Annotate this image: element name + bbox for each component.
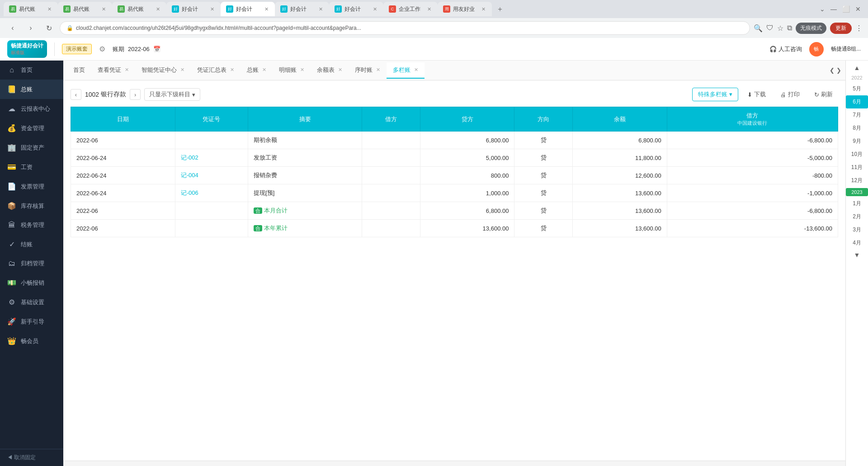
tab-detail-ledger-close[interactable]: ✕ <box>300 67 304 73</box>
calendar-month-2023-3[interactable]: 3月 <box>846 223 868 236</box>
browser-tabs-bar: 易 易代账 ✕ 易 易代账 ✕ 易 易代账 ✕ 好 好会计 ✕ 好 好会计 ✕ … <box>0 0 868 18</box>
sidebar-item-settings[interactable]: ⚙ 基础设置 <box>0 292 63 312</box>
tabs-collapse-button[interactable]: ❮ ❯ <box>829 64 842 77</box>
calendar-month-2023-4[interactable]: 4月 <box>846 236 868 249</box>
calendar-month-10[interactable]: 10月 <box>846 148 868 161</box>
calendar-month-2023-1[interactable]: 1月 <box>846 197 868 210</box>
calendar-month-6[interactable]: 6月 <box>846 95 868 108</box>
browser-tab-8[interactable]: C 企业工作 ✕ <box>383 2 438 16</box>
sidebar-item-funds[interactable]: 💰 资金管理 <box>0 118 63 138</box>
sidebar-item-ledger[interactable]: 📒 总账 <box>0 80 63 99</box>
calendar-month-2023-2[interactable]: 2月 <box>846 210 868 223</box>
browser-tab-1[interactable]: 易 易代账 ✕ <box>4 2 58 16</box>
browser-tab-7[interactable]: 好 好会计 ✕ <box>329 2 383 16</box>
search-icon[interactable]: 🔍 <box>754 24 763 33</box>
back-button[interactable]: ‹ <box>5 21 20 35</box>
close-window-button[interactable]: ✕ <box>855 5 861 13</box>
calendar-month-5[interactable]: 5月 <box>846 82 868 95</box>
tab-journal-close[interactable]: ✕ <box>376 67 380 73</box>
tab-balance[interactable]: 余额表 ✕ <box>311 62 349 79</box>
tab-close-4[interactable]: ✕ <box>209 5 215 13</box>
tab-view-voucher[interactable]: 查看凭证 ✕ <box>91 62 135 79</box>
tab-detail-ledger[interactable]: 明细账 ✕ <box>273 62 311 79</box>
tab-smart-voucher[interactable]: 智能凭证中心 ✕ <box>135 62 191 79</box>
sidebar-item-reports[interactable]: ☁ 云报表中心 <box>0 99 63 118</box>
reload-button[interactable]: ↻ <box>42 21 56 35</box>
filter-dropdown[interactable]: 只显示下级科目 ▾ <box>144 88 200 101</box>
browser-tab-2[interactable]: 易 易代账 ✕ <box>58 2 112 16</box>
account-selector: 1002 银行存款 <box>85 90 126 99</box>
forward-button[interactable]: › <box>24 21 38 35</box>
calendar-month-12[interactable]: 12月 <box>846 174 868 187</box>
calendar-month-11[interactable]: 11月 <box>846 161 868 174</box>
tab-view-voucher-close[interactable]: ✕ <box>125 67 129 73</box>
minimize-button[interactable]: — <box>830 5 837 13</box>
tab-general-ledger[interactable]: 总账 ✕ <box>241 62 273 79</box>
account-next-button[interactable]: › <box>130 89 141 100</box>
tab-close-7[interactable]: ✕ <box>372 5 378 13</box>
period-calendar-icon[interactable]: 📅 <box>153 46 160 52</box>
user-avatar[interactable]: 畅 <box>809 42 824 56</box>
tab-close-3[interactable]: ✕ <box>155 5 161 13</box>
menu-icon[interactable]: ⋮ <box>855 24 863 33</box>
restore-button[interactable]: ⬜ <box>842 5 850 13</box>
shield-icon[interactable]: 🛡 <box>766 24 774 32</box>
browser-tab-5[interactable]: 好 好会计 ✕ <box>221 2 275 16</box>
star-icon[interactable]: ☆ <box>777 24 783 33</box>
tab-multi-column-close[interactable]: ✕ <box>414 67 418 73</box>
incognito-button[interactable]: 无痕模式 <box>796 23 826 34</box>
tab-smart-voucher-close[interactable]: ✕ <box>180 67 184 73</box>
address-bar[interactable]: 🔒 cloud2.chanjet.com/accounting/uh26t264… <box>60 21 750 35</box>
sidebar-item-home[interactable]: ⌂ 首页 <box>0 61 63 80</box>
tab-balance-close[interactable]: ✕ <box>338 67 342 73</box>
sidebar-item-tax[interactable]: 🏛 税务管理 <box>0 216 63 235</box>
tab-voucher-summary-close[interactable]: ✕ <box>230 67 234 73</box>
sidebar-item-expense[interactable]: 💵 小畅报销 <box>0 273 63 292</box>
tab-close-5[interactable]: ✕ <box>264 5 269 13</box>
settings-icon[interactable]: ⚙ <box>99 45 105 53</box>
calendar-up-arrow[interactable]: ▲ <box>852 62 862 73</box>
sidebar-item-assets[interactable]: 🏢 固定资产 <box>0 138 63 157</box>
calendar-down-arrow[interactable]: ▼ <box>852 249 862 260</box>
sidebar-item-invoice[interactable]: 📄 发票管理 <box>0 177 63 196</box>
horizontal-scrollbar[interactable] <box>63 461 845 466</box>
sidebar-item-close[interactable]: ✓ 结账 <box>0 235 63 254</box>
calendar-month-7[interactable]: 7月 <box>846 108 868 122</box>
multi-col-button[interactable]: 特殊多栏账 ▾ <box>692 88 738 101</box>
calendar-month-9[interactable]: 9月 <box>846 135 868 148</box>
tab-journal[interactable]: 序时账 ✕ <box>349 62 387 79</box>
tab-close-2[interactable]: ✕ <box>101 5 107 13</box>
sidebar-item-payroll[interactable]: 💳 工资 <box>0 157 63 177</box>
sidebar-item-guide[interactable]: 🚀 新手引导 <box>0 312 63 331</box>
browser-tab-3[interactable]: 易 易代账 ✕ <box>112 2 166 16</box>
sidebar-item-member[interactable]: 👑 畅会员 <box>0 331 63 351</box>
browser-tab-9[interactable]: 用 用友好业 ✕ <box>438 2 492 16</box>
tab-close-1[interactable]: ✕ <box>47 5 52 13</box>
sidebar-toggle-icon[interactable]: ⧉ <box>787 24 792 32</box>
cell-date-0: 2022-06 <box>71 132 175 149</box>
sidebar-item-archive[interactable]: 🗂 归档管理 <box>0 254 63 273</box>
tab-home[interactable]: 首页 <box>67 62 91 79</box>
tab-voucher-summary[interactable]: 凭证汇总表 ✕ <box>191 62 241 79</box>
cell-voucher-2[interactable]: 记-004 <box>175 167 248 184</box>
service-button[interactable]: 🎧 人工咨询 <box>769 45 802 53</box>
tab-multi-column[interactable]: 多栏账 ✕ <box>387 62 425 79</box>
download-button[interactable]: ⬇ 下载 <box>742 88 771 101</box>
account-prev-button[interactable]: ‹ <box>71 89 81 100</box>
tab-list-button[interactable]: ⌄ <box>820 5 825 13</box>
cell-voucher-1[interactable]: 记-002 <box>175 149 248 167</box>
update-button[interactable]: 更新 <box>830 23 852 34</box>
tab-close-8[interactable]: ✕ <box>426 5 432 13</box>
tab-close-9[interactable]: ✕ <box>481 5 486 13</box>
cell-voucher-3[interactable]: 记-006 <box>175 184 248 202</box>
new-tab-button[interactable]: ＋ <box>494 3 506 15</box>
print-button[interactable]: 🖨 打印 <box>775 88 805 101</box>
browser-tab-4[interactable]: 好 好会计 ✕ <box>166 2 221 16</box>
calendar-month-8[interactable]: 8月 <box>846 122 868 135</box>
tab-general-ledger-close[interactable]: ✕ <box>262 67 266 73</box>
tab-close-6[interactable]: ✕ <box>318 5 324 13</box>
browser-tab-6[interactable]: 好 好会计 ✕ <box>275 2 329 16</box>
refresh-button[interactable]: ↻ 刷新 <box>809 88 838 101</box>
sidebar-pin-button[interactable]: ◀ 取消固定 <box>0 449 63 466</box>
sidebar-item-inventory[interactable]: 📦 库存核算 <box>0 196 63 216</box>
